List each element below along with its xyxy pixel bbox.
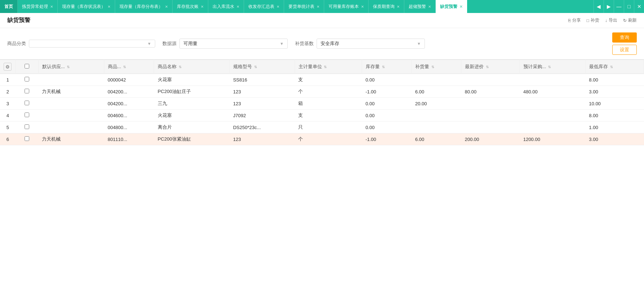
- tab-next-button[interactable]: ▶: [604, 0, 614, 13]
- tab-prev-button[interactable]: ◀: [593, 0, 604, 13]
- tab-stock2-close[interactable]: ✕: [165, 5, 168, 9]
- table-row[interactable]: 1 0000042 火花塞 SS816 支 0.00 8.00: [0, 74, 644, 86]
- th-unit-label: 主计量单位: [299, 64, 322, 69]
- table-row[interactable]: 3 004200... 三九 123 箱 0.00 20.00 10.00: [0, 98, 644, 110]
- tab-stock1[interactable]: 现存量（库存状况表） ✕: [58, 0, 115, 13]
- settings-button[interactable]: 设置: [612, 45, 637, 55]
- row-checkbox-cell[interactable]: [16, 110, 39, 122]
- tab-inout-close[interactable]: ✕: [236, 5, 239, 9]
- category-filter-group: 商品分类 ▼: [7, 40, 155, 48]
- refresh-button[interactable]: ↻ 刷新: [623, 17, 637, 23]
- row-checkbox[interactable]: [25, 136, 29, 141]
- table-header-row: ⚙ 默认供应... ⇅ 商品... ⇅: [0, 60, 644, 74]
- tab-available[interactable]: 可用量库存账本 ✕: [324, 0, 369, 13]
- tab-batch[interactable]: 库存批次账 ✕: [173, 0, 208, 13]
- row-checkbox[interactable]: [25, 89, 29, 93]
- th-est-purchase[interactable]: 预计采购... ⇅: [519, 60, 585, 74]
- tab-collect[interactable]: 收发存汇总表 ✕: [244, 0, 284, 13]
- share-button[interactable]: ⎘ 分享: [568, 17, 581, 23]
- tab-stock1-close[interactable]: ✕: [108, 5, 110, 9]
- row-checkbox[interactable]: [25, 112, 29, 117]
- replenish-button[interactable]: □ 补货: [587, 17, 599, 23]
- tab-window-minimize-button[interactable]: —: [614, 0, 624, 13]
- th-product-name[interactable]: 商品名称 ⇅: [154, 60, 230, 74]
- table-row[interactable]: 4 004600... 火花塞 J7092 支 0.00 8.00: [0, 110, 644, 122]
- tab-overstock-label: 超储预警: [409, 4, 426, 10]
- row-product-name: PC200油缸庄子: [154, 86, 230, 98]
- tab-order-close[interactable]: ✕: [317, 5, 319, 9]
- tab-shortage-label: 缺货预警: [440, 4, 457, 10]
- tab-window-close-button[interactable]: ✕: [634, 0, 644, 13]
- th-spec-sort-icon: ⇅: [254, 65, 257, 69]
- th-replenish-qty[interactable]: 补货量 ⇅: [412, 60, 461, 74]
- shortage-table: ⚙ 默认供应... ⇅ 商品... ⇅: [0, 59, 644, 145]
- row-min-stock: 8.00: [586, 74, 644, 86]
- th-product-code-label: 商品...: [108, 64, 121, 69]
- row-default-supplier: 力天机械: [38, 133, 104, 145]
- row-product-code: 004600...: [104, 110, 154, 122]
- row-product-name: 火花塞: [154, 110, 230, 122]
- table-row[interactable]: 2 力天机械 004200... PC200油缸庄子 123 个 -1.00 6…: [0, 86, 644, 98]
- th-unit[interactable]: 主计量单位 ⇅: [295, 60, 362, 74]
- th-checkbox[interactable]: [16, 60, 39, 74]
- th-latest-price[interactable]: 最新进价 ⇅: [461, 60, 520, 74]
- replenish-base-select-value: 安全库存: [321, 40, 339, 47]
- tab-exception[interactable]: 拣货异常处理 ✕: [18, 0, 58, 13]
- select-all-checkbox[interactable]: [25, 64, 29, 69]
- tab-available-close[interactable]: ✕: [361, 5, 364, 9]
- row-checkbox[interactable]: [25, 101, 29, 105]
- replenish-base-chevron-icon: ▼: [417, 41, 421, 46]
- replenish-base-select[interactable]: 安全库存 ▼: [317, 39, 425, 49]
- row-product-code: 801110...: [104, 133, 154, 145]
- row-checkbox[interactable]: [25, 124, 29, 129]
- table-row[interactable]: 6 力天机械 801110... PC200张紧油缸 123 个 -1.00 6…: [0, 133, 644, 145]
- row-est-purchase: [519, 122, 585, 133]
- row-checkbox-cell[interactable]: [16, 133, 39, 145]
- row-checkbox-cell[interactable]: [16, 74, 39, 86]
- th-min-stock[interactable]: 最低库存 ⇅: [586, 60, 644, 74]
- row-num: 2: [0, 86, 16, 98]
- th-stock-qty[interactable]: 库存量 ⇅: [362, 60, 412, 74]
- tab-collect-close[interactable]: ✕: [277, 5, 279, 9]
- tab-overstock[interactable]: 超储预警 ✕: [404, 0, 436, 13]
- row-checkbox-cell[interactable]: [16, 98, 39, 110]
- th-default-supplier-label: 默认供应...: [42, 64, 65, 69]
- th-spec-label: 规格型号: [233, 64, 252, 69]
- row-latest-price: [461, 98, 520, 110]
- row-replenish-qty: 20.00: [412, 98, 461, 110]
- datasource-select[interactable]: 可用量 ▼: [179, 39, 288, 49]
- tab-order[interactable]: 要货单统计表 ✕: [284, 0, 324, 13]
- row-checkbox-cell[interactable]: [16, 86, 39, 98]
- tab-stock2[interactable]: 现存量（库存分布表） ✕: [115, 0, 173, 13]
- row-checkbox[interactable]: [25, 77, 29, 81]
- refresh-icon: ↻: [623, 18, 627, 23]
- tab-bar: 首页 拣货异常处理 ✕ 现存量（库存状况表） ✕ 现存量（库存分布表） ✕ 库存…: [0, 0, 644, 13]
- tab-expiry[interactable]: 保质期查询 ✕: [369, 0, 404, 13]
- tab-navigation: ◀ ▶ — □ ✕: [593, 0, 644, 13]
- th-settings[interactable]: ⚙: [0, 60, 16, 74]
- tab-exception-close[interactable]: ✕: [50, 5, 53, 9]
- tab-exception-label: 拣货异常处理: [22, 4, 48, 10]
- row-unit: 个: [295, 86, 362, 98]
- export-button[interactable]: ↓ 导出: [605, 17, 617, 23]
- th-product-code[interactable]: 商品... ⇅: [104, 60, 154, 74]
- tab-home[interactable]: 首页: [0, 0, 18, 13]
- row-checkbox-cell[interactable]: [16, 122, 39, 133]
- row-unit: 支: [295, 110, 362, 122]
- th-default-supplier[interactable]: 默认供应... ⇅: [38, 60, 104, 74]
- tab-shortage-close[interactable]: ✕: [460, 5, 462, 9]
- tab-batch-close[interactable]: ✕: [201, 5, 204, 9]
- tab-shortage[interactable]: 缺货预警 ✕: [436, 0, 467, 13]
- tab-overstock-close[interactable]: ✕: [428, 5, 431, 9]
- tab-expiry-close[interactable]: ✕: [397, 5, 400, 9]
- table-row[interactable]: 5 004800... 离合片 DS250*23c... 只 0.00 1.00: [0, 122, 644, 133]
- category-select[interactable]: ▼: [29, 40, 155, 48]
- tab-window-maximize-button[interactable]: □: [624, 0, 634, 13]
- th-spec[interactable]: 规格型号 ⇅: [230, 60, 295, 74]
- tab-inout[interactable]: 出入库流水 ✕: [208, 0, 244, 13]
- row-latest-price: [461, 110, 520, 122]
- row-latest-price: 200.00: [461, 133, 520, 145]
- column-settings-icon[interactable]: ⚙: [4, 63, 12, 71]
- tab-order-label: 要货单统计表: [288, 4, 314, 10]
- query-button[interactable]: 查询: [612, 32, 637, 43]
